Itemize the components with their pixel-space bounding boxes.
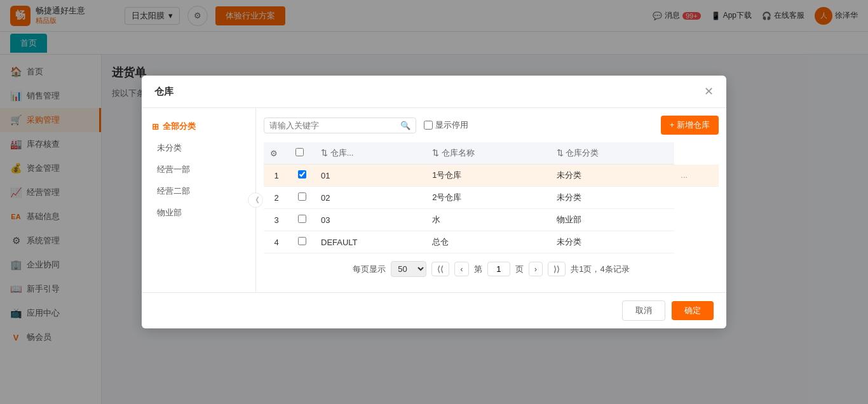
th-code: ⇅ 仓库... bbox=[315, 142, 426, 165]
cancel-button[interactable]: 取消 bbox=[622, 300, 665, 321]
row-checkbox[interactable] bbox=[298, 192, 306, 201]
row-checkbox[interactable] bbox=[298, 215, 306, 223]
grid-icon: ⊞ bbox=[152, 122, 159, 131]
show-disabled-label[interactable]: 显示停用 bbox=[424, 119, 468, 131]
row-name: 2号仓库 bbox=[426, 187, 550, 209]
th-name: ⇅ 仓库名称 bbox=[426, 142, 550, 165]
row-number: 2 bbox=[264, 187, 289, 209]
modal-overlay[interactable]: 仓库 ✕ ⊞ 全部分类 未分类 经营一部 经营二部 bbox=[0, 0, 868, 404]
row-number: 3 bbox=[264, 209, 289, 231]
table-body: 1 01 1号仓库 未分类 ... 2 02 2号仓库 未分类 3 03 水 物… bbox=[264, 165, 719, 253]
row-name: 总仓 bbox=[426, 231, 550, 253]
row-category: 未分类 bbox=[550, 187, 675, 209]
row-code: 03 bbox=[315, 209, 426, 231]
all-categories-label: 全部分类 bbox=[163, 121, 196, 132]
add-warehouse-button[interactable]: + 新增仓库 bbox=[661, 116, 719, 135]
row-checkbox[interactable] bbox=[298, 170, 306, 178]
row-code: 02 bbox=[315, 187, 426, 209]
warehouse-table: ⚙ ⇅ 仓库... ⇅ 仓库名称 ⇅ 仓库分类 bbox=[264, 142, 719, 253]
collapse-panel-button[interactable]: 《 bbox=[248, 192, 263, 208]
row-name: 水 bbox=[426, 209, 550, 231]
th-settings: ⚙ bbox=[264, 142, 289, 165]
modal-body: ⊞ 全部分类 未分类 经营一部 经营二部 物业部 《 bbox=[142, 108, 726, 292]
prev-page-button[interactable]: ‹ bbox=[454, 262, 468, 276]
page-label-before: 第 bbox=[474, 264, 482, 275]
row-code: 01 bbox=[315, 165, 426, 187]
table-row[interactable]: 4 DEFAULT 总仓 未分类 bbox=[264, 231, 719, 253]
th-checkbox bbox=[289, 142, 315, 165]
table-row[interactable]: 1 01 1号仓库 未分类 ... bbox=[264, 165, 719, 187]
modal-header: 仓库 ✕ bbox=[142, 76, 726, 108]
row-category: 未分类 bbox=[550, 231, 675, 253]
page-number-input[interactable] bbox=[487, 262, 510, 276]
pagination: 每页显示 50 100 ⟨⟨ ‹ 第 页 › ⟩⟩ 共1页，4条记录 bbox=[264, 253, 719, 285]
table-panel: 🔍 显示停用 + 新增仓库 ⚙ bbox=[256, 108, 726, 292]
total-info: 共1页，4条记录 bbox=[571, 264, 629, 275]
modal-title: 仓库 bbox=[154, 86, 173, 98]
category-item-property[interactable]: 物业部 bbox=[142, 202, 255, 224]
category-item-ops1[interactable]: 经营一部 bbox=[142, 159, 255, 180]
all-categories-item[interactable]: ⊞ 全部分类 bbox=[142, 116, 255, 137]
page-label-after: 页 bbox=[515, 264, 524, 275]
modal-footer: 取消 确定 bbox=[142, 292, 726, 328]
last-page-button[interactable]: ⟩⟩ bbox=[548, 262, 566, 276]
row-number: 1 bbox=[264, 165, 289, 187]
search-input[interactable] bbox=[269, 121, 400, 130]
show-disabled-text: 显示停用 bbox=[435, 119, 468, 131]
next-page-button[interactable]: › bbox=[529, 262, 543, 276]
table-toolbar: 🔍 显示停用 + 新增仓库 bbox=[264, 116, 719, 135]
warehouse-modal: 仓库 ✕ ⊞ 全部分类 未分类 经营一部 经营二部 bbox=[142, 76, 726, 328]
category-panel: ⊞ 全部分类 未分类 经营一部 经营二部 物业部 《 bbox=[142, 108, 256, 292]
search-icon[interactable]: 🔍 bbox=[400, 121, 410, 130]
select-all-checkbox[interactable] bbox=[295, 148, 304, 156]
per-page-label: 每页显示 bbox=[353, 264, 386, 275]
row-checkbox-cell bbox=[289, 165, 315, 187]
table-row[interactable]: 2 02 2号仓库 未分类 bbox=[264, 187, 719, 209]
category-item-unclassified[interactable]: 未分类 bbox=[142, 137, 255, 159]
row-checkbox-cell bbox=[289, 187, 315, 209]
row-checkbox-cell bbox=[289, 231, 315, 253]
first-page-button[interactable]: ⟨⟨ bbox=[431, 262, 449, 276]
table-container: ⚙ ⇅ 仓库... ⇅ 仓库名称 ⇅ 仓库分类 bbox=[264, 142, 719, 253]
confirm-button[interactable]: 确定 bbox=[672, 301, 714, 320]
modal-close-button[interactable]: ✕ bbox=[704, 84, 714, 98]
row-checkbox-cell bbox=[289, 209, 315, 231]
row-actions[interactable]: ... bbox=[674, 165, 719, 187]
row-number: 4 bbox=[264, 231, 289, 253]
row-category: 未分类 bbox=[550, 165, 675, 187]
row-category: 物业部 bbox=[550, 209, 675, 231]
show-disabled-checkbox[interactable] bbox=[424, 121, 433, 130]
row-checkbox[interactable] bbox=[298, 237, 306, 245]
search-input-wrapper: 🔍 bbox=[264, 118, 416, 133]
table-row[interactable]: 3 03 水 物业部 bbox=[264, 209, 719, 231]
row-code: DEFAULT bbox=[315, 231, 426, 253]
th-category: ⇅ 仓库分类 bbox=[550, 142, 675, 165]
category-item-ops2[interactable]: 经营二部 bbox=[142, 180, 255, 202]
per-page-select[interactable]: 50 100 bbox=[391, 261, 426, 277]
table-header-row: ⚙ ⇅ 仓库... ⇅ 仓库名称 ⇅ 仓库分类 bbox=[264, 142, 719, 165]
row-name: 1号仓库 bbox=[426, 165, 550, 187]
